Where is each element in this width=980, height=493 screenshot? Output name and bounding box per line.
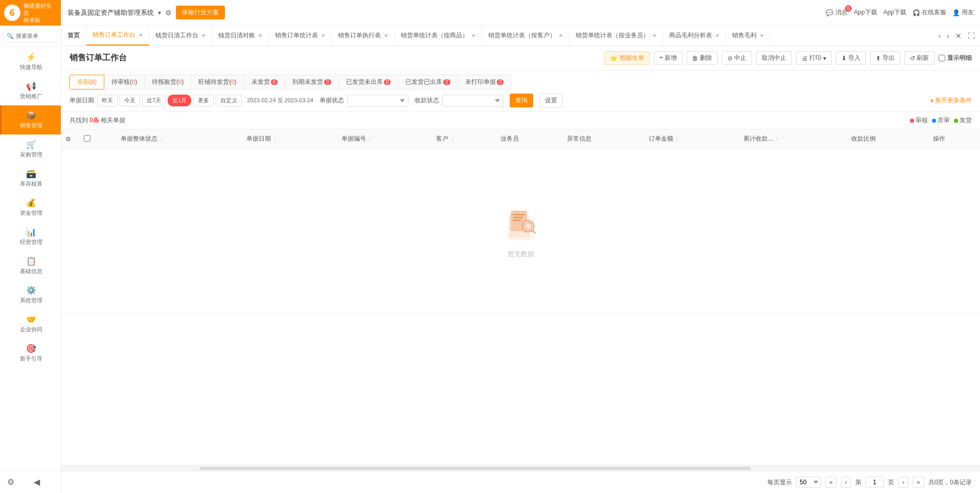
sort-date[interactable]: ↕	[274, 136, 276, 142]
tab-close-cash-daily[interactable]: ✕	[201, 33, 206, 38]
date-btn-custom[interactable]: 自定义	[216, 95, 242, 106]
sidebar-item-quick-nav[interactable]: ⚡ 快捷导航	[0, 47, 61, 76]
export-button[interactable]: ⬆ 导出	[870, 51, 900, 65]
sort-collected[interactable]: ↕	[776, 136, 779, 142]
sort-number[interactable]: ↕	[369, 136, 371, 142]
filter-tab-not-shipped[interactable]: 未发货0	[244, 75, 286, 89]
th-customer[interactable]: 客户 ↕	[432, 129, 496, 149]
th-amount[interactable]: 订单金额 ↕	[645, 129, 740, 149]
show-detail-checkbox-label[interactable]: 显示明细	[939, 54, 972, 62]
tab-sales-revenue[interactable]: 销售毛利 ✕	[726, 26, 770, 45]
show-detail-checkbox[interactable]	[939, 55, 945, 61]
tab-cash-daily[interactable]: 钱货日清工作台 ✕	[149, 26, 212, 45]
tab-close-gross-profit[interactable]: ✕	[715, 33, 719, 38]
sidebar-collapse-button[interactable]: ◀	[31, 475, 57, 489]
filter-tab-all[interactable]: 全部(0)	[70, 75, 104, 89]
sort-customer[interactable]: ↕	[451, 136, 454, 142]
th-number[interactable]: 单据编号 ↕	[337, 129, 432, 149]
sidebar-item-inventory[interactable]: 🗃️ 库存核算	[0, 164, 61, 193]
tab-close-all-button[interactable]: ✕	[953, 31, 964, 41]
per-page-select[interactable]: 20 50 100	[796, 477, 821, 488]
th-collected[interactable]: 累计收款... ↕	[739, 129, 847, 149]
print-dropdown-icon[interactable]: ▾	[823, 55, 826, 62]
cancel-stop-button[interactable]: 取消中止	[756, 51, 792, 65]
stop-button[interactable]: ⊘ 中止	[722, 51, 752, 65]
th-ratio[interactable]: 收款比例	[847, 129, 929, 149]
tab-close-sales-summary-cust[interactable]: ✕	[559, 33, 563, 38]
sidebar-item-sales-mgmt[interactable]: 📦 销售管理	[0, 105, 61, 135]
sidebar-item-base-info[interactable]: 📋 基础信息	[0, 251, 61, 280]
print-button[interactable]: 🖨 打印 ▾	[796, 51, 832, 65]
sidebar-item-beginner[interactable]: 🎯 新手引导	[0, 339, 61, 368]
tab-close-sales-stats[interactable]: ✕	[321, 33, 325, 38]
filter-tab-overdue-ship[interactable]: 到期未发货0	[285, 75, 339, 89]
review-action[interactable]: 审核	[910, 116, 928, 125]
tab-close-sales-summary-prod[interactable]: ✕	[471, 33, 475, 38]
filter-tab-pending-review[interactable]: 待审核(0)	[104, 75, 145, 89]
tab-sales-stats[interactable]: 销售订单统计表 ✕	[269, 26, 332, 45]
date-btn-1month[interactable]: 近1月	[168, 95, 191, 106]
date-btn-yesterday[interactable]: 昨天	[97, 95, 118, 106]
system-dropdown-button[interactable]: ▾	[158, 9, 161, 16]
sidebar-item-sys-mgmt[interactable]: ⚙️ 系统管理	[0, 280, 61, 309]
tab-gross-profit[interactable]: 商品毛利分析表 ✕	[663, 26, 726, 45]
filter-tab-wangpu-ship[interactable]: 旺铺待发货(0)	[191, 75, 244, 89]
tab-close-sales-exec[interactable]: ✕	[384, 33, 388, 38]
delete-button[interactable]: 🗑 删除	[687, 51, 718, 65]
expand-more-conditions[interactable]: ▾ 展开更多条件	[930, 96, 972, 105]
app-download-text[interactable]: App下载	[883, 8, 906, 17]
date-btn-more[interactable]: 更多	[193, 95, 214, 106]
system-settings-button[interactable]: ⚙	[165, 9, 172, 17]
tab-close-sales-summary-staff[interactable]: ✕	[652, 33, 656, 38]
filter-tab-shipped-not-out[interactable]: 已发货未出库0	[338, 75, 399, 89]
th-date[interactable]: 单据日期 ↕	[242, 129, 337, 149]
app-download-link[interactable]: App下载	[854, 8, 877, 17]
tab-fullscreen-button[interactable]: ⛶	[966, 31, 977, 41]
select-all-checkbox[interactable]	[84, 135, 90, 142]
pagination-last-button[interactable]: »	[913, 477, 924, 488]
online-service-link[interactable]: 🎧 在线客服	[913, 8, 946, 17]
config-icon[interactable]: ⚙	[65, 136, 71, 143]
query-button[interactable]: 查询	[510, 94, 533, 107]
tab-sales-workbench[interactable]: 销售订单工作台 ✕	[86, 26, 149, 46]
tab-next-button[interactable]: ›	[945, 31, 951, 41]
sidebar-item-enterprise[interactable]: 🤝 企业协同	[0, 309, 61, 339]
tab-home[interactable]: 首页	[61, 26, 86, 45]
date-btn-today[interactable]: 今天	[120, 95, 140, 106]
sidebar-item-finance[interactable]: 💰 资金管理	[0, 193, 61, 222]
pagination-page-input[interactable]	[865, 477, 884, 488]
th-overall-status[interactable]: 单据整体状态 ↕	[117, 129, 242, 149]
cancel-review-action[interactable]: 弃审	[932, 116, 950, 125]
sidebar-settings-button[interactable]: ⚙	[4, 475, 31, 489]
filter-payment-select[interactable]	[442, 95, 504, 107]
messages-badge[interactable]: 💬 消息 6	[826, 8, 848, 17]
pagination-first-button[interactable]: «	[825, 477, 837, 488]
search-menu-button[interactable]: 🔍 搜索菜单	[3, 30, 58, 42]
sort-overall-status[interactable]: ↕	[161, 136, 163, 142]
pagination-prev-button[interactable]: ‹	[841, 477, 851, 488]
sidebar-item-purchase-mgmt[interactable]: 🛒 采购管理	[0, 135, 61, 164]
tab-close-sales-workbench[interactable]: ✕	[139, 32, 143, 38]
add-button[interactable]: + 新增	[654, 51, 682, 65]
th-staff[interactable]: 业务员	[496, 129, 563, 149]
horizontal-scrollbar[interactable]	[61, 465, 980, 471]
sidebar-item-ops-mgmt[interactable]: 📊 经营管理	[0, 222, 61, 251]
ship-action[interactable]: 发货	[954, 116, 972, 125]
filter-tab-shipped-out[interactable]: 已发货已出库0	[398, 75, 458, 89]
tab-cash-reconcile[interactable]: 钱货日清对账 ✕	[212, 26, 269, 45]
tab-close-sales-revenue[interactable]: ✕	[760, 33, 764, 38]
filter-tab-pending-inspect[interactable]: 待拣验货(0)	[144, 75, 191, 89]
tab-close-cash-reconcile[interactable]: ✕	[258, 33, 262, 38]
sort-amount[interactable]: ↕	[676, 136, 678, 142]
sidebar-item-marketing[interactable]: 📢 营销推广	[0, 76, 61, 105]
import-button[interactable]: ⬇ 导入	[836, 51, 866, 65]
settings-filter-button[interactable]: 设置	[539, 94, 563, 107]
industry-btn[interactable]: 体验行业方案	[176, 6, 225, 19]
filter-status-select[interactable]	[347, 95, 408, 107]
tab-sales-summary-staff[interactable]: 销货单统计表（按业务员） ✕	[569, 26, 663, 45]
refresh-button[interactable]: ↺ 刷新	[904, 51, 935, 65]
user-menu[interactable]: 👤 用友	[952, 8, 974, 17]
tab-sales-exec[interactable]: 销售订单执行表 ✕	[332, 26, 395, 45]
smart-gen-button[interactable]: ⭐ 智能生单	[604, 51, 650, 65]
tab-prev-button[interactable]: ‹	[937, 31, 943, 41]
